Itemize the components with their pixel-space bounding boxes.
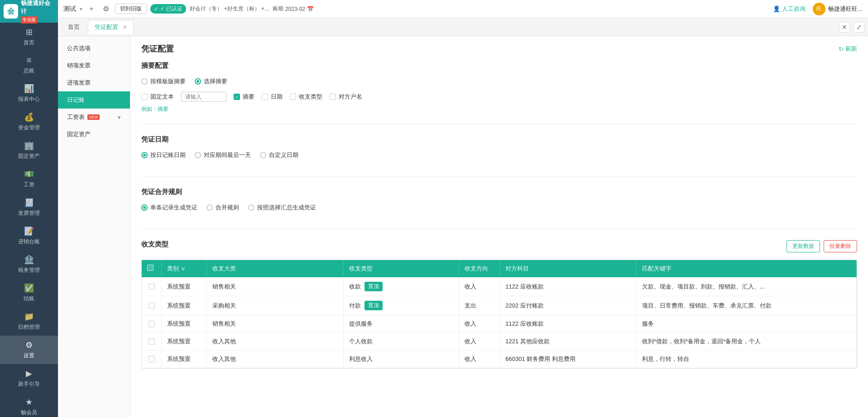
row2-major: 采购相关 [207,296,344,315]
add-button[interactable]: ＋ [86,4,97,14]
row2-keyword: 项目、日常费用、报销款、车费、承兑汇票、付款 [637,296,857,315]
row5-checkbox[interactable] [142,351,162,368]
checkbox-counterparty[interactable]: 对方户名 [330,93,362,101]
summary-option-select-radio[interactable] [195,78,201,85]
row1-checkbox[interactable] [142,277,162,296]
row1-direction: 收入 [459,277,500,296]
sidebar-item-report[interactable]: 📊 报表中心 [0,79,58,108]
username: 畅捷通旺旺... [828,5,863,13]
fixed-text-checkbox[interactable] [141,94,148,100]
row1-top-tag[interactable]: 置顶 [364,282,383,291]
row2-checkbox[interactable] [142,296,162,315]
refresh-button[interactable]: ↻ 刷新 [839,45,857,53]
settings-button[interactable]: ⚙ [101,4,111,14]
sidebar-item-tax[interactable]: 🏦 税务管理 [0,250,58,279]
close-tab-button[interactable]: ✕ [839,22,850,33]
sidebar-item-member[interactable]: ★ 畅会员 [0,393,58,417]
date-custom-radio[interactable] [260,152,266,158]
summary-option-template-radio[interactable] [141,78,148,85]
tab-voucher-config[interactable]: 凭证配置 ✕ [88,20,134,34]
row4-checkbox[interactable] [142,333,162,350]
left-nav-purchase-invoice-label: 进项发票 [67,79,91,87]
batch-delete-button[interactable]: 批量删除 [824,240,857,252]
row4-major: 收入其他 [207,333,344,350]
row3-type: 提供服务 [344,315,460,332]
date-journal-radio[interactable] [141,152,148,158]
checkbox-income-type[interactable]: 收支类型 [290,93,322,101]
sidebar-item-archive[interactable]: 📁 归档管理 [0,307,58,336]
date-checkbox[interactable] [262,94,268,100]
sidebar-item-guide[interactable]: ▶ 新手引导 [0,364,58,393]
merge-summary-radio[interactable] [248,204,254,211]
income-type-checkbox[interactable] [290,94,296,100]
date-option-period-last[interactable]: 对应期间最后一天 [195,151,251,159]
th-major: 收支大类 [207,260,344,277]
date-option-journal[interactable]: 按日记账日期 [141,151,186,159]
sidebar-item-close[interactable]: ✅ 结账 [0,279,58,307]
row3-account: 1122 应收账款 [500,315,637,332]
certified-check-icon: ✓ [154,6,158,12]
settings-icon: ⚙ [25,340,33,350]
left-nav-journal[interactable]: 日记账 [58,91,130,109]
summary-checkbox[interactable]: ✓ [234,94,240,100]
left-nav: 公共选项 销项发票 进项发票 日记账 工资表 NEW ▾ 固定资产 [58,36,130,417]
sidebar-item-assets[interactable]: 🏢 固定资产 [0,136,58,165]
service-button[interactable]: 👤 人工咨询 [773,5,806,13]
row2-top-tag[interactable]: 置顶 [364,301,383,310]
merge-single-radio[interactable] [141,204,148,211]
sidebar-item-close-label: 结账 [24,295,34,303]
date-option-custom[interactable]: 自定义日期 [260,151,298,159]
purchase-icon: 📝 [24,226,34,236]
row5-direction: 收入 [459,351,500,368]
select-all-checkbox[interactable] [147,265,153,271]
merge-option-single[interactable]: 单条记录生成凭证 [141,204,197,212]
row2-category: 系统预置 [162,296,207,315]
sidebar-item-invoice[interactable]: 🧾 发票管理 [0,193,58,222]
summary-option-select[interactable]: 选择摘要 [195,77,227,85]
left-nav-public-label: 公共选项 [67,44,91,52]
workspace-arrow[interactable]: ▾ [80,6,82,12]
sidebar-item-ledger[interactable]: ≡ 总账 [0,51,58,79]
fixed-text-input[interactable] [181,92,226,102]
row4-account: 1221 其他应收款 [500,333,637,350]
sidebar-item-settings[interactable]: ⚙ 设置 [0,336,58,364]
merge-option-summary[interactable]: 按照选择汇总生成凭证 [248,204,316,212]
merge-option-rules[interactable]: 合并规则 [206,204,239,212]
left-nav-purchase-invoice[interactable]: 进项发票 [58,74,130,91]
row4-keyword: 收到*借款，收到*备用金，退回*备用金，个人 [637,333,857,350]
main-area: 测试 ▾ ＋ ⚙ 切到旧版 ✓ ✓ 已认证 好会计（专） +好生意（标） +..… [58,0,868,417]
sidebar-item-home[interactable]: ⊞ 首页 [0,23,58,51]
sidebar-item-assets-label: 固定资产 [18,152,40,160]
sidebar-item-funds[interactable]: 💰 资金管理 [0,108,58,136]
left-nav-sales-invoice[interactable]: 销项发票 [58,57,130,74]
checkbox-date[interactable]: 日期 [262,93,283,101]
checkbox-summary[interactable]: ✓ 摘要 [234,93,254,101]
tab-home[interactable]: 首页 [62,20,86,34]
left-nav-payroll[interactable]: 工资表 NEW ▾ [58,109,130,126]
checkbox-fixed-text[interactable]: 固定文本 [141,93,174,101]
left-nav-fixed-assets[interactable]: 固定资产 [58,126,130,143]
th-checkbox[interactable] [142,260,162,277]
merge-rules-radio[interactable] [206,204,213,211]
tab-close-button[interactable]: ✕ [123,24,127,30]
sidebar-item-salary-label: 工资 [24,181,34,189]
left-nav-public[interactable]: 公共选项 [58,40,130,57]
th-keyword: 匹配关键字 [637,260,857,277]
sidebar-item-purchase-label: 进销台账 [18,238,40,246]
row5-major: 收入其他 [207,351,344,368]
period: 账期 2023-02 📅 [273,5,314,13]
counterparty-checkbox[interactable] [330,94,336,100]
sidebar-item-archive-label: 归档管理 [18,323,40,331]
content-area: 公共选项 销项发票 进项发票 日记账 工资表 NEW ▾ 固定资产 凭证 [58,36,868,417]
th-category[interactable]: 类别 ∨ [162,260,207,277]
expand-tab-button[interactable]: ⤢ [854,22,864,33]
row3-checkbox[interactable] [142,315,162,332]
sidebar-item-salary[interactable]: 💵 工资 [0,165,58,193]
date-period-last-radio[interactable] [195,152,201,158]
sidebar-item-purchase[interactable]: 📝 进销台账 [0,222,58,250]
summary-option-template[interactable]: 按模板版摘要 [141,77,186,85]
user-menu[interactable]: 旺 畅捷通旺旺... [813,3,863,15]
update-data-button[interactable]: 更新数据 [786,240,820,252]
calendar-icon[interactable]: 📅 [307,6,314,12]
old-version-button[interactable]: 切到旧版 [115,4,147,14]
